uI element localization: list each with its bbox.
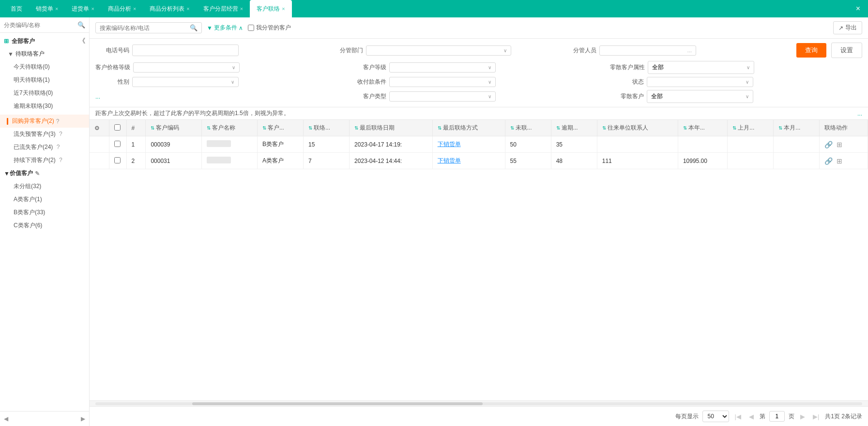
- page-number-input[interactable]: [769, 411, 785, 422]
- nav-product-analysis-list[interactable]: 商品分析列表 ×: [143, 0, 196, 17]
- payment-select[interactable]: ∨: [389, 77, 496, 87]
- price-level-select[interactable]: ∨: [133, 62, 240, 73]
- filter-row-2: 客户价格等级 ∨ 客户等级 ∨ 零散客户属性 全部: [95, 61, 862, 74]
- last-method-link-2[interactable]: 下销货单: [438, 157, 461, 164]
- prev-page-button[interactable]: ◀: [747, 413, 756, 420]
- nav-customer-layers[interactable]: 客户分层经营 ×: [197, 0, 250, 17]
- sidebar-item-b-class[interactable]: B类客户(33): [0, 206, 89, 219]
- nav-product-analysis-close[interactable]: ×: [133, 6, 136, 12]
- sidebar-item-c-class[interactable]: C类客户(6): [0, 219, 89, 232]
- tooltip-more-button[interactable]: ...: [857, 110, 862, 117]
- nav-customer-layers-close[interactable]: ×: [240, 6, 243, 12]
- export-icon: ↗: [838, 25, 843, 31]
- sidebar-item-declining[interactable]: 持续下滑客户(2) ?: [0, 154, 89, 167]
- scrollbar-thumb[interactable]: [192, 402, 483, 405]
- sidebar-item-tomorrow[interactable]: 明天待联络(1): [0, 73, 89, 87]
- sidebar-collapse-btn[interactable]: 《: [79, 37, 85, 45]
- manager-select[interactable]: …: [599, 45, 696, 56]
- sidebar-item-churned[interactable]: 已流失客户(24) ?: [0, 141, 89, 154]
- window-close-button[interactable]: ×: [852, 4, 864, 13]
- help-icon-churned[interactable]: ?: [57, 144, 60, 150]
- last-page-button[interactable]: ▶|: [811, 413, 821, 420]
- sidebar-prev-icon[interactable]: ◀: [4, 415, 8, 422]
- nav-home[interactable]: 首页: [4, 0, 29, 17]
- sidebar-item-ungroup[interactable]: 未分组(32): [0, 180, 89, 193]
- nav-purchase-close[interactable]: ×: [91, 6, 94, 12]
- action-grid-icon-1[interactable]: ⊞: [837, 141, 842, 148]
- first-page-button[interactable]: |◀: [733, 413, 743, 420]
- phone-input[interactable]: [132, 44, 239, 56]
- pagination-bar: 每页显示 50 20 100 |◀ ◀ 第 页 ▶ ▶| 共1页 2条记录: [90, 406, 868, 426]
- nav-product-list-close[interactable]: ×: [186, 6, 189, 12]
- manager-arrow-icon: …: [687, 48, 692, 53]
- sidebar-footer: ◀ ▶: [0, 411, 89, 426]
- sidebar-item-today[interactable]: 今天待联络(0): [0, 60, 89, 73]
- td-this-year-2: 10995.00: [678, 153, 727, 169]
- gender-arrow: ∨: [231, 79, 234, 85]
- td-contact-count-2: 7: [304, 153, 350, 169]
- next-page-button[interactable]: ▶: [798, 413, 807, 420]
- sidebar-item-overdue[interactable]: 逾期未联络(30): [0, 100, 89, 113]
- search-input[interactable]: [100, 25, 190, 31]
- query-button[interactable]: 查询: [796, 43, 826, 58]
- action-link-icon-2[interactable]: 🔗: [824, 157, 833, 165]
- help-icon-declining[interactable]: ?: [59, 157, 62, 163]
- set-button[interactable]: 设置: [831, 43, 862, 58]
- sidebar-value-group-header[interactable]: ▼ 价值客户 ✎: [0, 167, 89, 180]
- more-label[interactable]: ...: [95, 93, 100, 100]
- retail-attr-select[interactable]: 全部 ∨: [648, 61, 754, 74]
- sidebar-item-7days[interactable]: 近7天待联络(0): [0, 87, 89, 100]
- settings-icon[interactable]: ⚙: [94, 125, 100, 132]
- sidebar-group-pending-header[interactable]: ▼ 待联络客户: [0, 47, 89, 60]
- status-select[interactable]: ∨: [647, 77, 753, 87]
- action-link-icon-1[interactable]: 🔗: [824, 141, 833, 148]
- sidebar-next-icon[interactable]: ▶: [81, 415, 85, 422]
- td-no-contact-1: 50: [505, 136, 551, 153]
- last-method-link-1[interactable]: 下销货单: [438, 141, 461, 147]
- nav-product-analysis[interactable]: 商品分析 ×: [101, 0, 143, 17]
- nav-purchase[interactable]: 进货单 ×: [65, 0, 101, 17]
- td-settings-1: [90, 136, 109, 153]
- gender-select[interactable]: ∨: [132, 77, 239, 87]
- nav-sales-close[interactable]: ×: [55, 6, 58, 12]
- search-icon[interactable]: 🔍: [190, 24, 198, 31]
- more-conditions-button[interactable]: ▼ 更多条件 ∧: [207, 24, 243, 32]
- retail-customer-label: 零散客户: [610, 92, 644, 101]
- filter-phone: 电话号码: [95, 44, 324, 56]
- per-page-select[interactable]: 50 20 100: [702, 411, 729, 422]
- status-label: 状态: [610, 78, 644, 86]
- horizontal-scrollbar[interactable]: [90, 400, 868, 406]
- td-no-contact-2: 55: [505, 153, 551, 169]
- sidebar-search-input[interactable]: [4, 22, 77, 29]
- nav-sales[interactable]: 销货单 ×: [29, 0, 65, 17]
- customer-level-select[interactable]: ∨: [389, 62, 496, 73]
- retail-customer-select[interactable]: 全部 ∨: [647, 90, 753, 103]
- action-grid-icon-2[interactable]: ⊞: [837, 157, 842, 165]
- payment-arrow: ∨: [488, 79, 491, 85]
- search-bar: 🔍 ▼ 更多条件 ∧ 我分管的客户 ↗ 导出: [90, 17, 868, 39]
- sidebar-item-a-class[interactable]: A类客户(1): [0, 193, 89, 206]
- edit-icon[interactable]: ✎: [35, 170, 40, 177]
- sidebar-item-repurchase-anomaly[interactable]: 回购异常客户(2) ?: [0, 115, 89, 128]
- dept-select[interactable]: ∨: [366, 45, 511, 56]
- customer-type-select[interactable]: ∨: [389, 91, 496, 102]
- my-customers-checkbox[interactable]: [248, 25, 254, 31]
- sidebar-item-churn-warning[interactable]: 流失预警客户(3) ?: [0, 128, 89, 141]
- help-icon-repurchase[interactable]: ?: [56, 118, 60, 125]
- nav-customer-contact[interactable]: 客户联络 ×: [250, 0, 291, 17]
- row1-checkbox[interactable]: [114, 141, 121, 147]
- sidebar-special-section: 回购异常客户(2) ? 流失预警客户(3) ? 已流失客户(24) ? 持续下滑…: [0, 115, 89, 167]
- sidebar-search-icon[interactable]: 🔍: [77, 21, 85, 29]
- nav-customer-contact-close[interactable]: ×: [282, 6, 285, 12]
- td-this-month-1: [774, 136, 820, 153]
- sidebar-all-customers[interactable]: ⊞ 全部客户 《: [0, 33, 89, 47]
- row2-checkbox[interactable]: [114, 157, 121, 163]
- td-name-1: [201, 136, 257, 153]
- help-icon-churn-warning[interactable]: ?: [59, 131, 62, 137]
- page-label: 第: [760, 412, 765, 421]
- th-type: ⇅客户...: [257, 120, 303, 136]
- export-button[interactable]: ↗ 导出: [833, 21, 862, 34]
- tooltip-bar: 距客户上次交易时长，超过了此客户的平均交易周期的1.5倍，则视为异常。 ...: [90, 107, 868, 120]
- select-all-checkbox[interactable]: [114, 124, 121, 131]
- td-last-date-1: 2023-04-17 14:19:: [350, 136, 433, 153]
